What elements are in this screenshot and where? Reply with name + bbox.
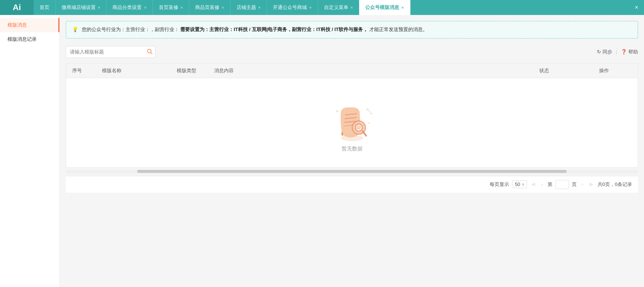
logo: Ai <box>0 0 34 15</box>
tab-label-shop-settings: 微商城店铺设置 <box>62 4 96 11</box>
tabs-area: 首页微商城店铺设置×商品分类设置×首页装修×商品页装修×店铺主题×开通公众号商城… <box>34 0 629 15</box>
table-body: 暂无数据 <box>66 78 638 167</box>
svg-line-10 <box>363 131 366 136</box>
sync-icon: ↻ <box>597 49 601 55</box>
tab-template-msg[interactable]: 公众号模版消息× <box>359 0 410 15</box>
notice-box: 💡 您的公众号行业为：主营行业：，副营行业： 需要设置为：主营行业：IT科技 /… <box>66 21 638 39</box>
page-word-label: 第 <box>548 181 552 188</box>
horizontal-scrollbar[interactable] <box>66 170 638 174</box>
svg-point-15 <box>368 122 370 124</box>
top-nav: Ai 首页微商城店铺设置×商品分类设置×首页装修×商品页装修×店铺主题×开通公众… <box>0 0 644 15</box>
sidebar-item-template-message-log[interactable]: 模版消息记录 <box>0 32 59 46</box>
sync-label: 同步 <box>603 49 612 55</box>
last-page-button[interactable]: ⊳ <box>588 181 595 188</box>
tab-label-template-msg: 公众号模版消息 <box>365 4 399 11</box>
tab-label-open-mall: 开通公众号商城 <box>273 4 307 11</box>
page-size-selector[interactable]: 50 ∨ <box>512 180 527 188</box>
svg-line-16 <box>367 108 372 114</box>
search-input-wrap <box>66 46 155 58</box>
notice-suffix: 才能正常发送预置的消息。 <box>369 27 428 32</box>
tab-shop-theme[interactable]: 店铺主题× <box>231 0 267 15</box>
first-page-button[interactable]: ⊲ <box>530 181 537 188</box>
svg-line-1 <box>151 52 152 54</box>
empty-illustration <box>330 101 375 146</box>
toolbar-divider: | <box>616 49 617 55</box>
empty-row: 暂无数据 <box>66 78 638 167</box>
scrollbar-thumb[interactable] <box>137 170 566 173</box>
notice-prefix: 您的公众号行业为：主营行业：，副营行业： <box>82 27 179 32</box>
page-size-dropdown-icon[interactable]: ∨ <box>522 182 524 186</box>
empty-state: 暂无数据 <box>66 78 638 167</box>
toolbar-right: ↻ 同步 | ❓ 帮助 <box>597 49 638 55</box>
tab-label-shop-theme: 店铺主题 <box>237 4 256 11</box>
content-area: 💡 您的公众号行业为：主营行业：，副营行业： 需要设置为：主营行业：IT科技 /… <box>60 15 644 287</box>
tab-close-category-settings[interactable]: × <box>144 5 146 10</box>
search-input[interactable] <box>66 46 155 58</box>
col-header-status: 状态 <box>533 63 593 78</box>
col-header-content: 消息内容 <box>208 63 533 78</box>
tab-close-shop-theme[interactable]: × <box>258 5 261 10</box>
pagination: 每页显示 50 ∨ ⊲ ‹ 第 1 页 › ⊳ 共0页，0条记录 <box>66 176 638 193</box>
tab-shop-settings[interactable]: 微商城店铺设置× <box>56 0 107 15</box>
tab-label-home-decoration: 首页装修 <box>159 4 178 11</box>
tab-custom-menu[interactable]: 自定义菜单× <box>318 0 359 15</box>
data-table: 序号 模版名称 模版类型 消息内容 状态 操作 <box>66 63 638 168</box>
tab-label-custom-menu: 自定义菜单 <box>324 4 348 11</box>
svg-point-13 <box>336 110 338 112</box>
tab-close-shop-settings[interactable]: × <box>98 5 100 10</box>
page-size-value: 50 <box>515 181 520 187</box>
tip-icon: 💡 <box>72 27 78 32</box>
help-icon: ❓ <box>621 49 627 55</box>
table-header-row: 序号 模版名称 模版类型 消息内容 状态 操作 <box>66 63 638 78</box>
tab-close-product-decoration[interactable]: × <box>222 5 224 10</box>
search-bar: ↻ 同步 | ❓ 帮助 <box>66 46 638 58</box>
tab-home-decoration[interactable]: 首页装修× <box>153 0 189 15</box>
col-header-seq: 序号 <box>66 63 96 78</box>
main-layout: 模版消息模版消息记录 💡 您的公众号行业为：主营行业：，副营行业： 需要设置为：… <box>0 15 644 287</box>
tab-close-template-msg[interactable]: × <box>401 5 404 10</box>
help-button[interactable]: ❓ 帮助 <box>621 49 638 55</box>
search-button[interactable] <box>147 49 152 55</box>
sidebar: 模版消息模版消息记录 <box>0 15 60 287</box>
tab-label-category-settings: 商品分类设置 <box>113 4 142 11</box>
page-size-label: 每页显示 <box>490 181 509 188</box>
table-header: 序号 模版名称 模版类型 消息内容 状态 操作 <box>66 63 638 78</box>
tab-close-home-decoration[interactable]: × <box>181 5 183 10</box>
tab-open-mall[interactable]: 开通公众号商城× <box>267 0 318 15</box>
tab-close-custom-menu[interactable]: × <box>351 5 353 10</box>
sidebar-item-template-message[interactable]: 模版消息 <box>0 18 59 32</box>
prev-page-button[interactable]: ‹ <box>540 181 545 188</box>
help-label: 帮助 <box>628 49 638 55</box>
next-page-button[interactable]: › <box>580 181 584 188</box>
total-info: 共0页，0条记录 <box>598 181 632 188</box>
tab-label-product-decoration: 商品页装修 <box>195 4 219 11</box>
tab-category-settings[interactable]: 商品分类设置× <box>107 0 152 15</box>
col-header-type: 模版类型 <box>171 63 208 78</box>
col-header-name: 模版名称 <box>96 63 171 78</box>
tab-product-decoration[interactable]: 商品页装修× <box>189 0 230 15</box>
page-unit-label: 页 <box>572 181 577 188</box>
sync-button[interactable]: ↻ 同步 <box>597 49 612 55</box>
svg-point-14 <box>366 109 368 111</box>
tab-close-open-mall[interactable]: × <box>309 5 311 10</box>
tab-label-home: 首页 <box>40 4 49 11</box>
current-page-input[interactable]: 1 <box>555 180 569 189</box>
global-close-button[interactable]: × <box>629 0 644 15</box>
svg-point-17 <box>371 113 372 115</box>
tab-home[interactable]: 首页 <box>34 0 56 15</box>
notice-highlight: 需要设置为：主营行业：IT科技 / 互联网|电子商务，副营行业：IT科技 / I… <box>180 27 368 32</box>
col-header-action: 操作 <box>593 63 638 78</box>
empty-text: 暂无数据 <box>66 146 638 152</box>
